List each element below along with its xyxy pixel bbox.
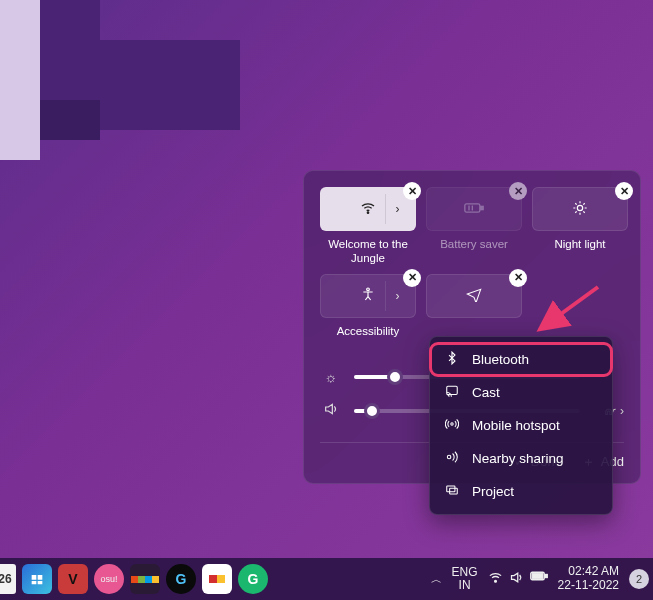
svg-point-4 xyxy=(367,288,370,291)
wifi-expand-button[interactable]: › xyxy=(385,194,409,224)
wifi-tile-label: Welcome to the Jungle xyxy=(320,237,416,266)
accessibility-tile-label: Accessibility xyxy=(337,324,400,352)
taskbar-date-widget[interactable]: 26 xyxy=(0,564,16,594)
taskbar-app-grammarly[interactable]: G xyxy=(238,564,268,594)
tray-volume-icon xyxy=(509,570,524,588)
svg-rect-13 xyxy=(545,575,547,578)
bluetooth-icon xyxy=(444,351,460,368)
unpin-icon[interactable]: ✕ xyxy=(509,182,527,200)
taskbar-app-generic[interactable] xyxy=(202,564,232,594)
annotation-arrow xyxy=(533,282,603,332)
tray-battery-icon xyxy=(530,570,548,588)
menu-item-bluetooth[interactable]: Bluetooth xyxy=(430,343,612,376)
svg-rect-5 xyxy=(447,386,458,394)
clock-date: 22-11-2022 xyxy=(558,579,619,593)
svg-point-7 xyxy=(447,455,451,459)
cast-icon xyxy=(444,384,460,401)
menu-item-label: Project xyxy=(472,484,514,499)
tray-overflow-button[interactable]: ︿ xyxy=(431,572,442,587)
svg-point-3 xyxy=(577,205,582,210)
language-switcher[interactable]: ENG IN xyxy=(452,566,478,592)
menu-item-nearby[interactable]: Nearby sharing xyxy=(430,442,612,475)
project-icon xyxy=(444,483,460,500)
brightness-icon: ☼ xyxy=(320,369,342,385)
taskbar-app-valorant[interactable]: V xyxy=(58,564,88,594)
battery-saver-tile[interactable]: ✕ xyxy=(426,187,522,231)
menu-item-label: Mobile hotspot xyxy=(472,418,560,433)
taskbar: 26 V osu! G G ︿ ENG IN xyxy=(0,558,653,600)
battery-saver-tile-label: Battery saver xyxy=(440,237,508,265)
airplane-icon xyxy=(466,286,482,305)
taskbar-app-store[interactable] xyxy=(22,564,52,594)
svg-rect-14 xyxy=(532,574,543,579)
menu-item-hotspot[interactable]: Mobile hotspot xyxy=(430,409,612,442)
svg-rect-9 xyxy=(450,488,458,494)
person-icon xyxy=(360,286,376,305)
battery-icon xyxy=(464,201,484,217)
menu-item-label: Nearby sharing xyxy=(472,451,564,466)
language-bottom: IN xyxy=(452,579,478,592)
notification-count-badge[interactable]: 2 xyxy=(629,569,649,589)
svg-point-11 xyxy=(494,580,496,582)
clock-time: 02:42 AM xyxy=(558,565,619,579)
menu-item-label: Bluetooth xyxy=(472,352,529,367)
accessibility-expand-button[interactable]: › xyxy=(385,281,409,311)
airplane-mode-tile[interactable]: ✕ xyxy=(426,274,522,318)
svg-point-0 xyxy=(367,212,368,213)
wallpaper-shape xyxy=(0,0,40,160)
nearby-icon xyxy=(444,450,460,467)
unpin-icon[interactable]: ✕ xyxy=(509,269,527,287)
system-tray[interactable] xyxy=(488,570,548,588)
night-light-tile-label: Night light xyxy=(554,237,605,265)
svg-rect-2 xyxy=(481,206,484,209)
hotspot-icon xyxy=(444,417,460,434)
taskbar-clock[interactable]: 02:42 AM 22-11-2022 xyxy=(558,565,619,593)
add-tile-menu: Bluetooth Cast Mobile hotspot Nearby sha… xyxy=(429,336,613,515)
tray-wifi-icon xyxy=(488,570,503,588)
menu-item-project[interactable]: Project xyxy=(430,475,612,508)
taskbar-app-office[interactable] xyxy=(130,564,160,594)
taskbar-app-osu[interactable]: osu! xyxy=(94,564,124,594)
menu-item-label: Cast xyxy=(472,385,500,400)
menu-item-cast[interactable]: Cast xyxy=(430,376,612,409)
wifi-tile[interactable]: ✕ › xyxy=(320,187,416,231)
svg-rect-8 xyxy=(447,486,455,492)
unpin-icon[interactable]: ✕ xyxy=(615,182,633,200)
sun-icon xyxy=(572,200,588,219)
speaker-icon xyxy=(320,401,342,420)
svg-line-10 xyxy=(543,287,598,327)
wifi-icon xyxy=(360,200,376,219)
night-light-tile[interactable]: ✕ xyxy=(532,187,628,231)
wallpaper-shape xyxy=(40,100,100,140)
svg-point-6 xyxy=(451,423,453,425)
taskbar-app-ghub[interactable]: G xyxy=(166,564,196,594)
accessibility-tile[interactable]: ✕ › xyxy=(320,274,416,318)
